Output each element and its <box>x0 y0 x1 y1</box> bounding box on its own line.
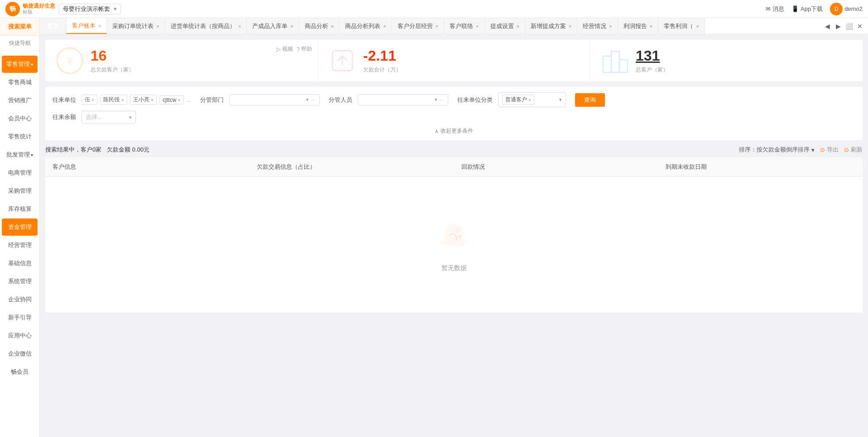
sidebar-item-ecommerce-label: 电商管理 <box>8 169 32 176</box>
tab-commission-settings[interactable]: 提成设置 × <box>485 18 525 34</box>
unit-class-tag-close[interactable]: × <box>528 97 531 103</box>
tab-close-contact[interactable]: × <box>476 24 479 29</box>
sidebar-item-inventory[interactable]: 库存核算 <box>2 200 38 218</box>
tab-add-commission[interactable]: 新增提成方案 × <box>525 18 577 34</box>
org-selector[interactable]: 母婴行业演示帐套 ▾ <box>59 4 121 14</box>
tab-close-goods-list[interactable]: × <box>383 24 386 29</box>
tab-close-inbound[interactable]: × <box>238 24 241 29</box>
tab-close-profit[interactable]: × <box>650 24 652 29</box>
unit-class-select[interactable]: 普通客户 × ▾ <box>498 92 566 107</box>
tab-close-add-commission[interactable]: × <box>569 24 571 29</box>
message-btn[interactable]: ✉ 消息 <box>766 5 784 13</box>
unit-class-tag[interactable]: 普通客户 × <box>502 95 534 105</box>
tab-profit[interactable]: 利润报告 × <box>618 18 658 34</box>
app-download-btn[interactable]: 📱 App下载 <box>791 5 823 13</box>
sidebar-item-member[interactable]: 会员中心 <box>2 110 38 127</box>
sidebar-item-purchase[interactable]: 采购管理 <box>2 182 38 200</box>
tag-close-chen[interactable]: × <box>121 97 124 103</box>
sidebar-item-wholesale[interactable]: 批发管理 ▾ <box>2 146 38 163</box>
sidebar-item-inventory-label: 库存核算 <box>8 205 32 212</box>
svg-point-10 <box>458 235 461 238</box>
collapse-btn[interactable]: ∧ 收起更多条件 <box>53 127 855 135</box>
filter-area: 往来单位 伍 × 陈民强 × 王小亮 × <box>45 87 863 140</box>
person-extra-icon[interactable]: ··· <box>439 96 444 103</box>
sidebar-item-app-center-label: 应用中心 <box>8 332 32 339</box>
filter-tag-chen[interactable]: 陈民强 × <box>100 95 127 105</box>
sidebar-item-enterprise[interactable]: 企业协同 <box>2 291 38 308</box>
sidebar-item-marketing[interactable]: 营销推广 <box>2 92 38 109</box>
tab-close-purchase[interactable]: × <box>156 24 159 29</box>
sidebar-item-app-center[interactable]: 应用中心 <box>2 327 38 344</box>
sidebar-item-retail-mgmt[interactable]: 零售管理 ▾ <box>2 56 38 73</box>
sort-label: 排序：按欠款金额倒序排序 <box>739 146 810 154</box>
sort-button[interactable]: 排序：按欠款金额倒序排序 ▾ <box>739 146 815 154</box>
sidebar-item-finance[interactable]: 资金管理 <box>2 218 38 236</box>
tab-inbound-stats[interactable]: 进货单统计表（按商品） × <box>165 18 247 34</box>
sidebar-item-system[interactable]: 系统管理 <box>2 273 38 290</box>
tab-close-business[interactable]: × <box>609 24 612 29</box>
sidebar-item-operations[interactable]: 经营管理 <box>2 237 38 254</box>
filter-more[interactable]: ... <box>187 97 191 103</box>
tab-customer-contact[interactable]: 客户联络 × <box>444 18 484 34</box>
svg-rect-6 <box>619 60 628 72</box>
sidebar-search[interactable]: 搜索菜单 <box>0 18 39 36</box>
header-right: ✉ 消息 📱 App下载 D demo2 <box>766 3 863 15</box>
dept-extra-icon[interactable]: ··· <box>311 96 316 103</box>
video-btn[interactable]: ▷ 视频 <box>277 45 293 53</box>
filter-tag-wang[interactable]: 王小亮 × <box>130 95 157 105</box>
sidebar-item-system-label: 系统管理 <box>8 278 32 285</box>
tag-close-wu[interactable]: × <box>91 97 94 103</box>
person-select[interactable]: ▾ ··· <box>358 94 448 105</box>
refresh-btn[interactable]: ⊙ 刷新 <box>844 146 863 154</box>
tab-scroll-left[interactable]: ◀ <box>823 22 832 31</box>
sidebar-item-basic-info[interactable]: 基础信息 <box>2 255 38 272</box>
sidebar-item-ecommerce[interactable]: 电商管理 <box>2 164 38 181</box>
balance-select[interactable]: 选择... ▾ <box>82 111 136 124</box>
filter-tag-wu[interactable]: 伍 × <box>82 95 97 105</box>
filter-tag-cjttcw[interactable]: cjttcw × <box>159 95 183 104</box>
tab-close-retail-profit[interactable]: × <box>696 24 699 29</box>
query-button[interactable]: 查询 <box>575 93 605 107</box>
tag-close-cjttcw[interactable]: × <box>177 97 180 103</box>
tab-close-goods[interactable]: × <box>331 24 334 29</box>
tab-scroll-right[interactable]: ▶ <box>834 22 843 31</box>
tab-minimize[interactable]: ✕ <box>855 22 864 31</box>
tab-retail-profit[interactable]: 零售利润（ × <box>658 18 705 34</box>
tab-close-commission[interactable]: × <box>517 24 519 29</box>
avatar: D <box>830 3 843 15</box>
sidebar-item-vip[interactable]: 畅会员 <box>2 363 38 380</box>
dept-select[interactable]: ▾ ··· <box>229 94 320 105</box>
svg-point-8 <box>444 223 464 243</box>
tab-home[interactable]: 首页 <box>40 18 67 34</box>
tab-product-inbound[interactable]: 产成品入库单 × <box>247 18 299 34</box>
tab-business[interactable]: 经营情况 × <box>577 18 618 34</box>
sidebar-item-retail-stats[interactable]: 零售统计 <box>2 128 38 145</box>
tab-maximize[interactable]: ⬜ <box>844 22 854 31</box>
tag-close-wang[interactable]: × <box>151 97 153 103</box>
sidebar-item-retail-mall[interactable]: 零售商城 <box>2 74 38 91</box>
tab-close-customer-layered[interactable]: × <box>436 24 438 29</box>
tab-purchase-order-stats[interactable]: 采购订单统计表 × <box>107 18 165 34</box>
help-btn[interactable]: ? 帮助 <box>297 45 312 53</box>
tab-goods-analysis[interactable]: 商品分析 × <box>299 18 340 34</box>
tab-close-customer-ledger[interactable]: × <box>98 23 101 28</box>
user-menu[interactable]: D demo2 <box>830 3 863 15</box>
stat-value-2: -2.11 <box>363 48 401 64</box>
sort-arrow-icon: ▾ <box>811 147 815 153</box>
export-btn[interactable]: ⊙ 导出 <box>820 146 839 154</box>
filter-row-1: 往来单位 伍 × 陈民强 × 王小亮 × <box>53 92 855 107</box>
org-dropdown-icon[interactable]: ▾ <box>114 5 117 12</box>
tab-customer-layered[interactable]: 客户分层经营 × <box>392 18 444 34</box>
tab-goods-analysis-list[interactable]: 商品分析列表 × <box>340 18 392 34</box>
quick-nav[interactable]: 快捷导航 <box>0 36 39 51</box>
tab-close-product[interactable]: × <box>290 24 293 29</box>
debt-amount-text: 欠款金额 0.00元 <box>107 146 149 154</box>
stat-icon-2 <box>329 47 356 74</box>
sidebar-item-wechat[interactable]: 企业微信 <box>2 345 38 362</box>
tab-customer-ledger[interactable]: 客户账本 × <box>67 18 107 34</box>
stat-total-customers: 131 总客户（家） <box>590 40 863 81</box>
sidebar-item-newbie[interactable]: 新手引导 <box>2 309 38 326</box>
collapse-up-icon: ∧ <box>435 128 439 134</box>
unit-class-arrow-icon: ▾ <box>559 97 562 103</box>
stat-debt-customers: ¥ 16 总欠款客户（家） ▷ 视频 ? 帮助 <box>45 40 318 81</box>
